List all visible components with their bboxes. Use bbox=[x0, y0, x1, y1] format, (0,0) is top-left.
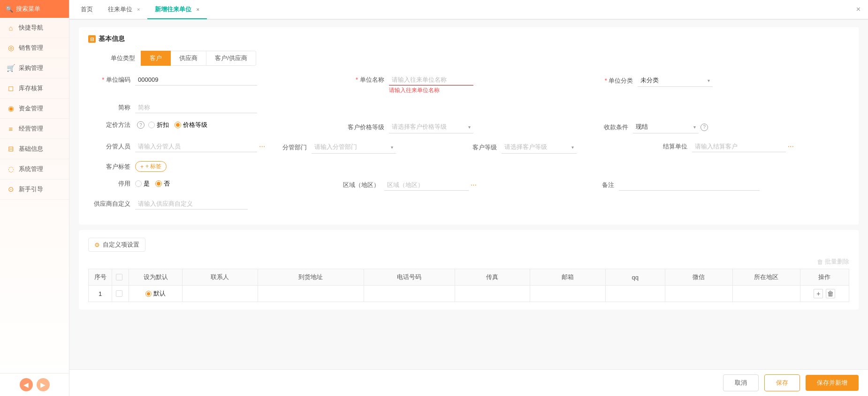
radio-discount-outer bbox=[148, 122, 155, 128]
td-seq: 1 bbox=[89, 286, 112, 302]
settlement-unit-input[interactable] bbox=[692, 141, 786, 152]
sidebar-item-inventory[interactable]: ◻ 库存核算 bbox=[0, 78, 69, 99]
td-email-input[interactable] bbox=[549, 290, 586, 297]
radio-no-label: 否 bbox=[164, 179, 170, 188]
customer-level-placeholder: 请选择客户等级 bbox=[504, 143, 570, 151]
field-notes: 备注 bbox=[595, 179, 849, 191]
th-wechat: 微信 bbox=[665, 269, 732, 286]
payment-terms-select[interactable]: 现结 ▾ bbox=[633, 121, 699, 133]
td-qq[interactable] bbox=[605, 286, 665, 302]
radio-no-outer bbox=[155, 180, 162, 187]
unit-code-input[interactable] bbox=[135, 74, 257, 85]
type-btn-customer[interactable]: 客户 bbox=[141, 51, 171, 66]
td-wechat-input[interactable] bbox=[682, 290, 715, 297]
type-btn-supplier[interactable]: 供应商 bbox=[171, 51, 206, 66]
sidebar-item-quick-nav[interactable]: ⌂ 快捷导航 bbox=[0, 18, 69, 38]
td-address[interactable] bbox=[258, 286, 364, 302]
save-button[interactable]: 保存 bbox=[764, 374, 800, 391]
th-checkbox[interactable] bbox=[112, 269, 129, 286]
cancel-button[interactable]: 取消 bbox=[723, 374, 759, 391]
payment-terms-help-icon[interactable]: ? bbox=[700, 124, 708, 131]
td-phone[interactable] bbox=[364, 286, 455, 302]
th-seq: 序号 bbox=[89, 269, 112, 286]
td-email[interactable] bbox=[530, 286, 605, 302]
th-default: 设为默认 bbox=[129, 269, 183, 286]
sidebar-item-basic-info[interactable]: ⊟ 基础信息 bbox=[0, 139, 69, 159]
unit-name-label: 单位名称 bbox=[342, 76, 384, 84]
custom-settings-label: 自定义项设置 bbox=[103, 241, 139, 249]
sidebar-item-purchase[interactable]: 🛒 采购管理 bbox=[0, 58, 69, 78]
header-checkbox[interactable] bbox=[116, 274, 122, 280]
td-phone-input[interactable] bbox=[386, 290, 433, 297]
tab-new-partner[interactable]: 新增往来单位 × bbox=[147, 0, 206, 19]
type-btn-both[interactable]: 客户/供应商 bbox=[206, 51, 256, 66]
unit-type-row: 单位类型 客户 供应商 客户/供应商 bbox=[88, 51, 849, 66]
radio-discount[interactable]: 折扣 bbox=[148, 121, 169, 129]
td-wechat[interactable] bbox=[665, 286, 732, 302]
custom-settings-btn[interactable]: ⚙ 自定义项设置 bbox=[88, 238, 145, 252]
td-area[interactable] bbox=[732, 286, 800, 302]
td-contact-input[interactable] bbox=[201, 290, 239, 297]
sidebar-btn-1[interactable]: ◀ bbox=[20, 378, 33, 391]
chevron-down-icon-5: ▾ bbox=[571, 145, 574, 150]
td-contact[interactable] bbox=[183, 286, 258, 302]
th-contact: 联系人 bbox=[183, 269, 258, 286]
pricing-help-icon[interactable]: ? bbox=[137, 121, 145, 129]
th-phone: 电话号码 bbox=[364, 269, 455, 286]
save-new-button[interactable]: 保存并新增 bbox=[806, 375, 859, 391]
customer-price-level-select[interactable]: 请选择客户价格等级 ▾ bbox=[389, 121, 473, 133]
manager-more-btn[interactable]: ··· bbox=[259, 142, 265, 151]
sidebar-item-system[interactable]: ◌ 系统管理 bbox=[0, 159, 69, 179]
unit-category-value: 未分类 bbox=[640, 76, 706, 85]
unit-code-label: 单位编码 bbox=[88, 76, 130, 84]
td-fax-input[interactable] bbox=[473, 290, 511, 297]
row-default-radio[interactable] bbox=[145, 291, 152, 297]
search-menu-btn[interactable]: 🔍 搜索菜单 bbox=[0, 0, 69, 18]
short-name-input[interactable] bbox=[135, 102, 257, 113]
td-qq-input[interactable] bbox=[621, 290, 649, 297]
region-more-btn[interactable]: ··· bbox=[471, 181, 477, 189]
region-input[interactable] bbox=[384, 179, 469, 191]
settlement-more-btn[interactable]: ··· bbox=[788, 142, 794, 151]
row-checkbox[interactable] bbox=[116, 290, 122, 297]
home-icon: ⌂ bbox=[7, 23, 15, 32]
td-fax[interactable] bbox=[455, 286, 530, 302]
radio-disabled-yes[interactable]: 是 bbox=[135, 179, 150, 188]
notes-label: 备注 bbox=[595, 181, 614, 189]
tab-partner[interactable]: 往来单位 × bbox=[100, 0, 147, 19]
radio-price-level-inner bbox=[176, 123, 180, 127]
field-pricing-method: 定价方法 ? 折扣 价格等级 bbox=[88, 121, 342, 129]
sidebar-item-label: 销售管理 bbox=[19, 44, 43, 52]
tab-new-partner-close[interactable]: × bbox=[196, 7, 199, 12]
sidebar-item-operations[interactable]: ≡ 经营管理 bbox=[0, 119, 69, 139]
sidebar-item-finance[interactable]: ◉ 资金管理 bbox=[0, 99, 69, 119]
batch-delete-btn[interactable]: 🗑 批量删除 bbox=[88, 257, 849, 266]
sidebar-item-sales[interactable]: ◎ 销售管理 bbox=[0, 38, 69, 58]
tab-partner-close[interactable]: × bbox=[137, 7, 140, 12]
supplier-custom-input[interactable] bbox=[135, 198, 248, 210]
unit-category-select[interactable]: 未分类 ▾ bbox=[638, 74, 713, 87]
tab-home[interactable]: 首页 bbox=[73, 0, 100, 19]
manager-input[interactable] bbox=[135, 141, 257, 152]
td-checkbox[interactable] bbox=[112, 286, 129, 302]
del-row-btn[interactable]: 🗑 bbox=[826, 289, 835, 298]
sidebar-btn-2[interactable]: ▶ bbox=[37, 378, 50, 391]
radio-price-level[interactable]: 价格等级 bbox=[175, 121, 207, 129]
department-select[interactable]: 请输入分管部门 ▾ bbox=[312, 141, 396, 154]
td-address-input[interactable] bbox=[282, 290, 339, 297]
payment-terms-value: 现结 bbox=[636, 123, 692, 131]
customer-level-select[interactable]: 请选择客户等级 ▾ bbox=[502, 141, 577, 154]
radio-discount-label: 折扣 bbox=[157, 121, 169, 129]
td-area-input[interactable] bbox=[750, 290, 783, 297]
sidebar-item-label: 采购管理 bbox=[19, 64, 43, 72]
notes-input[interactable] bbox=[619, 179, 760, 191]
close-all-btn[interactable]: × bbox=[853, 3, 864, 16]
th-address: 到货地址 bbox=[258, 269, 364, 286]
unit-name-input[interactable] bbox=[389, 74, 473, 85]
row-default-label: 默认 bbox=[153, 289, 166, 298]
add-row-btn[interactable]: + bbox=[814, 289, 823, 298]
sidebar-item-guide[interactable]: ⊙ 新手引导 bbox=[0, 179, 69, 200]
inventory-icon: ◻ bbox=[7, 84, 15, 93]
radio-disabled-no[interactable]: 否 bbox=[155, 179, 170, 188]
add-tag-btn[interactable]: + + 标签 bbox=[135, 161, 167, 172]
